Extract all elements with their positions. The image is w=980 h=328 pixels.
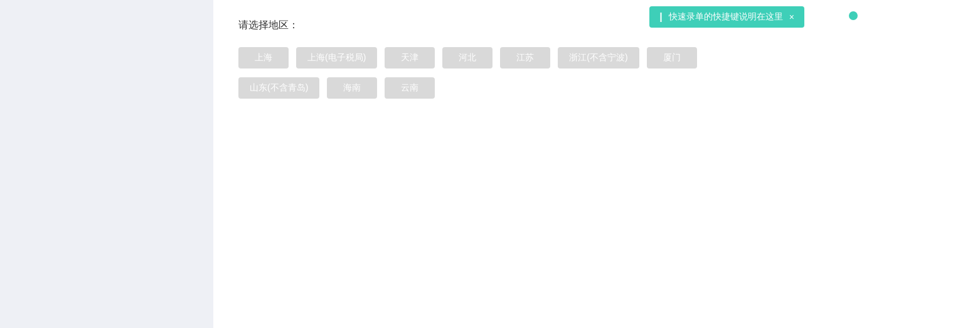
region-button[interactable]: 山东(不含青岛) [238, 77, 319, 99]
tooltip-dot [849, 11, 858, 20]
region-button[interactable]: 河北 [442, 47, 493, 68]
main-content: 请选择地区： 上海上海(电子税局)天津河北江苏浙江(不含宁波)厦门 山东(不含青… [213, 0, 980, 328]
sidebar [0, 0, 213, 328]
region-row-1: 上海上海(电子税局)天津河北江苏浙江(不含宁波)厦门 [238, 47, 955, 68]
region-button[interactable]: 厦门 [647, 47, 697, 68]
tooltip-close-button[interactable]: × [789, 12, 794, 22]
region-button[interactable]: 浙江(不含宁波) [558, 47, 639, 68]
region-button[interactable]: 江苏 [500, 47, 550, 68]
region-button[interactable]: 上海(电子税局) [296, 47, 377, 68]
tooltip-banner: 快速录单的快捷键说明在这里 × [649, 6, 804, 28]
region-button[interactable]: 海南 [327, 77, 377, 99]
region-button[interactable]: 云南 [385, 77, 435, 99]
page-title: 请选择地区： [238, 19, 955, 32]
region-button[interactable]: 天津 [385, 47, 435, 68]
region-row-2: 山东(不含青岛)海南云南 [238, 77, 955, 99]
tooltip-text: 快速录单的快捷键说明在这里 [669, 11, 783, 23]
region-button[interactable]: 上海 [238, 47, 289, 68]
